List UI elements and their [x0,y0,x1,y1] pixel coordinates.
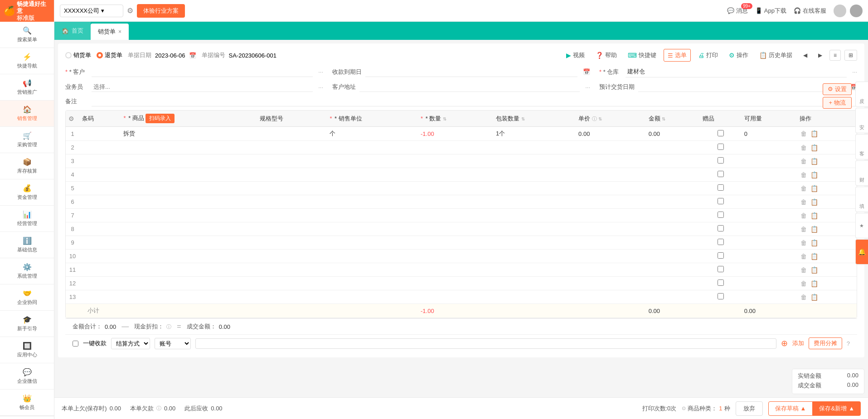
row-gift-8[interactable] [700,236,741,250]
row-copy-icon-1[interactable]: 📋 [810,144,818,151]
row-pkg-qty-9[interactable] [493,250,576,263]
calendar-icon[interactable]: 📅 [189,52,196,59]
payment-date-input[interactable] [365,67,577,77]
row-goods-3[interactable] [121,168,257,182]
row-unit-0[interactable]: 个 [327,127,418,141]
row-gift-5[interactable] [700,195,741,209]
row-qty-0[interactable]: -1.00 [418,127,493,141]
row-qty-3[interactable] [418,168,493,182]
payment-amount-input[interactable] [195,338,776,349]
row-amount-7[interactable] [646,222,700,236]
row-delete-icon-3[interactable]: 🗑 [800,171,807,178]
expense-question-icon[interactable]: ? [847,340,850,347]
row-gift-6[interactable] [700,209,741,222]
row-qty-8[interactable] [418,236,493,250]
row-goods-6[interactable] [121,209,257,222]
row-unit-price-12[interactable] [576,290,646,304]
row-gift-12[interactable] [700,290,741,304]
row-delete-icon-9[interactable]: 🗑 [800,253,807,260]
row-unit-3[interactable] [327,168,418,182]
history-btn[interactable]: 📋 历史单据 [756,49,796,61]
row-gift-9[interactable] [700,250,741,263]
row-qty-11[interactable] [418,277,493,290]
row-unit-9[interactable] [327,250,418,263]
company-settings-icon[interactable]: ⚙ [127,6,133,15]
address-input[interactable] [359,82,580,92]
sidebar-item-4[interactable]: 🛒 采购管理 [0,127,54,153]
row-delete-icon-12[interactable]: 🗑 [800,294,807,301]
sidebar-item-5[interactable]: 📦 库存核算 [0,153,54,179]
row-goods-7[interactable] [121,222,257,236]
row-barcode-6[interactable] [79,209,121,222]
row-goods-0[interactable]: 拆货 [121,127,257,141]
row-copy-icon-12[interactable]: 📋 [810,294,818,301]
row-amount-5[interactable] [646,195,700,209]
row-unit-10[interactable] [327,263,418,277]
row-unit-price-1[interactable] [576,141,646,154]
row-amount-6[interactable] [646,209,700,222]
row-copy-icon-6[interactable]: 📋 [810,212,818,219]
row-barcode-7[interactable] [79,222,121,236]
row-barcode-1[interactable] [79,141,121,154]
row-gift-7[interactable] [700,222,741,236]
row-barcode-4[interactable] [79,182,121,195]
row-gift-3[interactable] [700,168,741,182]
row-goods-11[interactable] [121,277,257,290]
side-btn-finance[interactable]: 财 [855,160,868,186]
row-gift-1[interactable] [700,141,741,154]
row-copy-icon-3[interactable]: 📋 [810,171,818,178]
row-unit-price-8[interactable] [576,236,646,250]
next-btn[interactable]: ▶ [815,50,826,60]
salesperson-input[interactable] [92,82,313,92]
sidebar-item-8[interactable]: ℹ️ 基础信息 [0,232,54,258]
expense-split-btn[interactable]: 费用分摊 [809,337,842,349]
row-copy-icon-10[interactable]: 📋 [810,266,818,274]
row-pkg-qty-3[interactable] [493,168,576,182]
row-pkg-qty-1[interactable] [493,141,576,154]
row-unit-1[interactable] [327,141,418,154]
row-delete-icon-4[interactable]: 🗑 [800,185,807,192]
sidebar-item-9[interactable]: ⚙️ 系统管理 [0,258,54,284]
warehouse-more-icon[interactable]: ··· [852,68,857,75]
row-spec-5[interactable] [257,195,327,209]
row-pkg-qty-11[interactable] [493,277,576,290]
row-pkg-qty-8[interactable] [493,236,576,250]
save-new-button[interactable]: 保存&新增 ▲ [813,401,861,416]
row-amount-1[interactable] [646,141,700,154]
row-copy-icon-4[interactable]: 📋 [810,185,818,192]
row-gift-0[interactable] [700,127,741,141]
row-delete-icon-10[interactable]: 🗑 [800,266,807,274]
settings-form-btn[interactable]: ⚙ 设置 [823,83,852,95]
row-copy-icon-0[interactable]: 📋 [810,130,818,137]
operation-btn[interactable]: ⚙ 操作 [725,49,752,61]
sidebar-item-3[interactable]: 🏠 销售管理 [0,101,54,127]
row-delete-icon-6[interactable]: 🗑 [800,212,807,219]
discard-button[interactable]: 放弃 [736,401,763,416]
row-goods-9[interactable] [121,250,257,263]
row-qty-6[interactable] [418,209,493,222]
row-spec-2[interactable] [257,154,327,168]
row-amount-0[interactable]: 0.00 [646,127,700,141]
row-delete-icon-7[interactable]: 🗑 [800,226,807,233]
add-payment-icon[interactable]: ⊕ [781,338,788,348]
row-pkg-qty-12[interactable] [493,290,576,304]
row-delete-icon-0[interactable]: 🗑 [800,130,807,137]
row-unit-price-5[interactable] [576,195,646,209]
sidebar-item-2[interactable]: 📢 营销推广 [0,74,54,101]
row-qty-1[interactable] [418,141,493,154]
side-btn-star[interactable]: ★ [855,213,868,238]
row-pkg-qty-6[interactable] [493,209,576,222]
row-spec-9[interactable] [257,250,327,263]
sidebar-item-13[interactable]: 💬 企业微信 [0,363,54,390]
row-spec-6[interactable] [257,209,327,222]
row-gift-11[interactable] [700,277,741,290]
row-unit-7[interactable] [327,222,418,236]
row-spec-7[interactable] [257,222,327,236]
row-qty-9[interactable] [418,250,493,263]
row-pkg-qty-4[interactable] [493,182,576,195]
sidebar-item-0[interactable]: 🔍 搜索菜单 [0,22,54,48]
row-amount-9[interactable] [646,250,700,263]
row-barcode-5[interactable] [79,195,121,209]
side-btn-security[interactable]: 安 [855,108,868,133]
row-spec-3[interactable] [257,168,327,182]
